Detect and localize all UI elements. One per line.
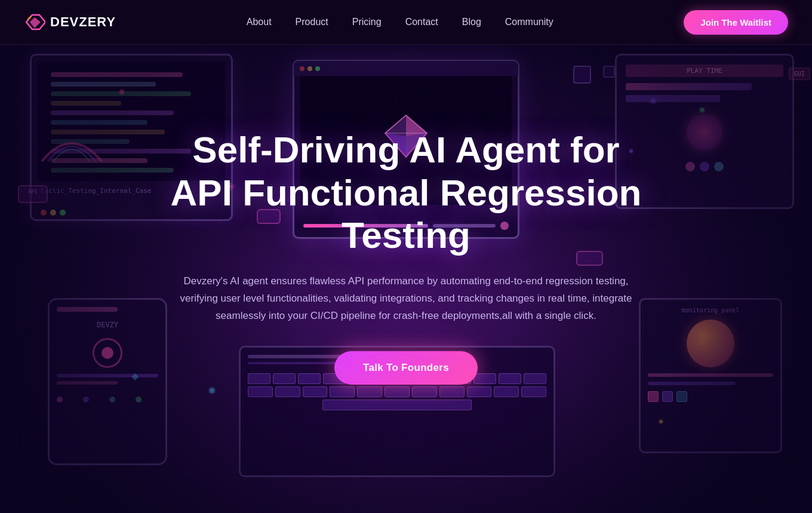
glow-dot-3 bbox=[209, 388, 215, 394]
decorative-box-1 bbox=[573, 66, 591, 84]
nav-links: About Product Pricing Contact Blog Commu… bbox=[247, 17, 553, 27]
hero-title: Self-Driving AI Agent for API Functional… bbox=[161, 128, 651, 256]
glow-dot-5 bbox=[700, 107, 705, 112]
hero-section: Cyclic_Testing_Internal_Case bbox=[0, 0, 812, 513]
hero-content: Self-Driving AI Agent for API Functional… bbox=[137, 128, 675, 385]
nav-link-pricing[interactable]: Pricing bbox=[352, 17, 382, 27]
hero-subtitle: Devzery's AI agent ensures flawless API … bbox=[173, 273, 639, 325]
decorative-arrow-4: ◇ bbox=[699, 337, 705, 346]
nav-link-product[interactable]: Product bbox=[296, 17, 328, 27]
logo-text: DEVZERY bbox=[50, 14, 116, 30]
nav-item-blog[interactable]: Blog bbox=[462, 17, 481, 27]
nav-link-about[interactable]: About bbox=[247, 17, 272, 27]
decorative-box-2 bbox=[603, 66, 615, 78]
glow-dot-1 bbox=[119, 90, 124, 94]
monitor-left-label: Cyclic_Testing_Internal_Case bbox=[41, 187, 151, 195]
devzery-logo-icon bbox=[24, 11, 45, 33]
logo[interactable]: DEVZERY bbox=[24, 11, 116, 33]
nav-item-pricing[interactable]: Pricing bbox=[352, 17, 382, 27]
join-waitlist-button[interactable]: Join The Waitlist bbox=[684, 10, 788, 35]
glow-dot-4 bbox=[659, 420, 663, 423]
navbar: DEVZERY About Product Pricing Contact Bl… bbox=[0, 0, 812, 45]
decorative-rainbow-arc bbox=[36, 119, 107, 170]
nav-item-product[interactable]: Product bbox=[296, 17, 328, 27]
nav-link-community[interactable]: Community bbox=[505, 17, 553, 27]
nav-item-contact[interactable]: Contact bbox=[405, 17, 438, 27]
nav-item-community[interactable]: Community bbox=[505, 17, 553, 27]
decorative-arrow-2: ◉ bbox=[650, 96, 657, 105]
float-el-1: API bbox=[18, 185, 48, 203]
talk-to-founders-button[interactable]: Talk To Founders bbox=[334, 351, 478, 385]
nav-item-about[interactable]: About bbox=[247, 17, 272, 27]
nav-link-blog[interactable]: Blog bbox=[462, 17, 481, 27]
nav-link-contact[interactable]: Contact bbox=[405, 17, 438, 27]
